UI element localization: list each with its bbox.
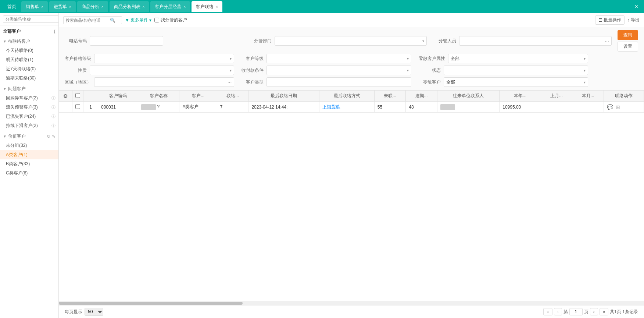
- field-customer-type-input[interactable]: [266, 77, 411, 87]
- sidebar-item-declining[interactable]: 持续下滑客户(2) ⓘ: [0, 121, 58, 130]
- row-this-month-cell: [572, 102, 604, 113]
- first-page-btn[interactable]: «: [543, 308, 552, 315]
- pagination: 每页显示 10 20 50 100 « ‹ 第 页 › » 共1页 1条记录: [59, 305, 644, 318]
- tab-sales[interactable]: 销售单 ×: [21, 1, 48, 12]
- info-icon-3: ⓘ: [51, 114, 56, 119]
- field-phone-input[interactable]: [90, 36, 163, 46]
- sidebar-item-c-class[interactable]: C类客户(6): [0, 169, 58, 178]
- group-value-customers-header[interactable]: ▼ 价值客户 ↻ ✎: [0, 132, 58, 141]
- advanced-filter: 电话号码 分管部门 ▾ 分管人员 ···: [59, 27, 644, 90]
- tab-product-list[interactable]: 商品分析列表 ×: [110, 1, 149, 12]
- col-settings[interactable]: ⚙: [59, 91, 72, 102]
- field-retail-select[interactable]: 全部 ▾: [444, 77, 588, 87]
- sidebar-item-b-class[interactable]: B类客户(33): [0, 159, 58, 169]
- comment-icon[interactable]: 💬: [607, 104, 613, 110]
- group-pending-contact-header[interactable]: ▼ 待联络客户: [0, 37, 58, 46]
- scrollbar-thumb[interactable]: [59, 302, 243, 305]
- sidebar-search-input[interactable]: [3, 15, 59, 23]
- edit-icon[interactable]: ✎: [52, 134, 56, 139]
- close-tab-purchase[interactable]: ×: [69, 5, 71, 9]
- close-tab-product-list[interactable]: ×: [143, 5, 145, 9]
- more-conditions-btn[interactable]: ▼ 更多条件 ▾: [125, 17, 151, 23]
- tab-customer-tier[interactable]: 客户分层经营 ×: [150, 1, 190, 12]
- prev-page-btn[interactable]: ‹: [554, 308, 562, 315]
- row-checkbox[interactable]: [75, 104, 80, 109]
- setting-button[interactable]: 设置: [618, 42, 638, 52]
- sidebar-item-churned[interactable]: 已流失客户(24) ⓘ: [0, 112, 58, 121]
- refresh-icon[interactable]: ↻: [47, 134, 50, 139]
- next-page-btn[interactable]: ›: [590, 308, 598, 315]
- sidebar-item-a-class[interactable]: A类客户(1): [0, 150, 58, 159]
- close-tab-customer-contact[interactable]: ×: [216, 5, 218, 9]
- col-this-year: 本年...: [500, 91, 541, 102]
- close-tab-product-analysis[interactable]: ×: [101, 5, 104, 9]
- group-problem-customers-header[interactable]: ▼ 问题客户: [0, 84, 58, 93]
- table-row: 1 000031 ? A类客户 7: [59, 102, 644, 113]
- sidebar-item-ungrouped[interactable]: 未分组(32): [0, 141, 58, 150]
- last-page-btn[interactable]: »: [600, 308, 609, 315]
- sidebar-item-overdue[interactable]: 逾期未联络(30): [0, 74, 58, 83]
- page-number-input[interactable]: [569, 308, 583, 315]
- group-pending-contact: ▼ 待联络客户 今天待联络(0) 明天待联络(1) 近7天待联络(0) 逾期未联…: [0, 36, 58, 84]
- collapse-icon[interactable]: ⟨: [54, 29, 56, 34]
- sidebar-item-repurchase-abnormal[interactable]: 回购异常客户(2) ⓘ: [0, 93, 58, 103]
- horizontal-scrollbar[interactable]: [59, 301, 644, 305]
- all-customers-header[interactable]: 全部客户 ⟨: [0, 25, 58, 36]
- my-customers-filter[interactable]: 我分管的客户: [154, 17, 187, 23]
- sidebar-item-today[interactable]: 今天待联络(0): [0, 46, 58, 55]
- dots-icon: ···: [605, 38, 609, 44]
- row-settings-cell: [59, 102, 72, 113]
- field-nature-label: 性质: [65, 67, 87, 74]
- field-dept-select[interactable]: ▾: [275, 36, 427, 46]
- gear-icon[interactable]: ⚙: [63, 93, 68, 99]
- query-button[interactable]: 查询: [618, 30, 638, 40]
- tab-purchase[interactable]: 进货单 ×: [49, 1, 76, 12]
- search-icon[interactable]: 🔍: [110, 18, 115, 23]
- field-retail-attr-label: 零散客户属性: [419, 56, 445, 62]
- field-status-select[interactable]: ▾: [444, 66, 588, 75]
- field-status-label: 状态: [419, 67, 441, 74]
- field-region-input[interactable]: ···: [94, 77, 234, 87]
- home-tab[interactable]: 首页: [3, 0, 21, 13]
- top-nav: 首页 销售单 × 进货单 × 商品分析 × 商品分析列表 × 客户分层经营 × …: [0, 0, 644, 13]
- info-icon-4: ⓘ: [51, 123, 56, 128]
- sidebar-item-7days[interactable]: 近7天待联络(0): [0, 64, 58, 74]
- field-region: 区域（地区） ···: [65, 77, 234, 87]
- col-action: 联络动作: [604, 91, 644, 102]
- field-customer-level-select[interactable]: ▾: [266, 54, 411, 63]
- page-size-select[interactable]: 10 20 50 100: [85, 308, 103, 316]
- field-dept: 分管部门 ▾: [250, 36, 427, 46]
- export-btn[interactable]: ↑ 导出: [627, 17, 640, 23]
- field-retail-attr-select[interactable]: 全部 ▾: [448, 54, 588, 63]
- select-all-checkbox[interactable]: [75, 93, 80, 98]
- field-price-level-select[interactable]: ▾: [94, 54, 234, 63]
- my-customers-checkbox[interactable]: [154, 18, 159, 22]
- search-input[interactable]: [66, 18, 110, 22]
- last-method-link[interactable]: 下销货单: [322, 104, 340, 109]
- field-manager-input[interactable]: ···: [459, 36, 612, 46]
- field-nature-select[interactable]: ▾: [90, 66, 234, 75]
- field-payment-select[interactable]: ▾: [266, 66, 411, 75]
- sidebar: 🔍 全部客户 ⟨ ▼ 待联络客户 今天待联络(0) 明天待联络(1) 近7天待联…: [0, 13, 59, 318]
- total-info: 共1页 1条记录: [610, 309, 638, 315]
- col-this-month: 本月...: [572, 91, 604, 102]
- tab-product-analysis[interactable]: 商品分析 ×: [77, 1, 108, 12]
- close-tab-sales[interactable]: ×: [41, 5, 43, 9]
- batch-op-btn[interactable]: ☰ 批量操作: [595, 15, 625, 25]
- sidebar-search-area: 🔍: [0, 13, 58, 25]
- tab-customer-contact[interactable]: 客户联络 ×: [192, 1, 222, 12]
- sidebar-item-tomorrow[interactable]: 明天待联络(1): [0, 55, 58, 64]
- sidebar-item-churn-warning[interactable]: 流失预警客户(3) ⓘ: [0, 103, 58, 112]
- qr-icon[interactable]: ⊞: [616, 104, 620, 110]
- field-payment: 收付款条件 ▾: [242, 66, 411, 75]
- close-all-tabs[interactable]: ×: [632, 3, 641, 10]
- field-retail-attr: 零散客户属性 全部 ▾: [419, 54, 588, 63]
- unit-contact-grey-box: [440, 104, 455, 110]
- close-tab-customer-tier[interactable]: ×: [183, 5, 186, 9]
- filter-row-1: 电话号码 分管部门 ▾ 分管人员 ···: [65, 30, 638, 52]
- col-customer-name: 客户名称: [138, 91, 179, 102]
- main-layout: 🔍 全部客户 ⟨ ▼ 待联络客户 今天待联络(0) 明天待联络(1) 近7天待联…: [0, 13, 644, 318]
- info-icon-2: ⓘ: [51, 105, 56, 110]
- col-customer-type: 客户...: [179, 91, 217, 102]
- row-last-method-cell: 下销货单: [319, 102, 374, 113]
